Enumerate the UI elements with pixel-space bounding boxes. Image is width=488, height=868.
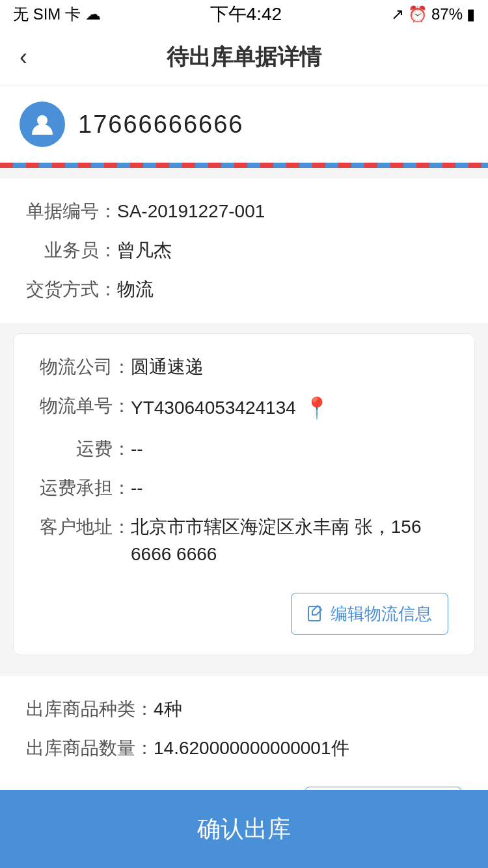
edit-logistics-label: 编辑物流信息 [331, 603, 432, 625]
goods-category-value: 4种 [154, 696, 462, 723]
user-phone: 17666666666 [78, 111, 243, 139]
order-no-row: 单据编号： SA-20191227-001 [26, 198, 462, 225]
sim-status: 无 SIM 卡 ☁ [13, 4, 101, 25]
tracking-row: 物流单号： YT43064053424134 📍 [40, 392, 448, 424]
goods-quantity-value: 14.620000000000001件 [154, 735, 462, 762]
status-bar: 无 SIM 卡 ☁ 下午4:42 ↗ ⏰ 87% ▮ [0, 0, 488, 29]
company-row: 物流公司： 圆通速递 [40, 353, 448, 381]
status-left: 无 SIM 卡 ☁ [13, 4, 101, 25]
map-pin-icon[interactable]: 📍 [304, 392, 330, 424]
freight-row: 运费： -- [40, 435, 448, 463]
order-info-section: 单据编号： SA-20191227-001 业务员： 曾凡杰 交货方式： 物流 [0, 178, 488, 323]
goods-category-row: 出库商品种类： 4种 [26, 696, 462, 723]
edit-btn-container: 编辑物流信息 [40, 580, 448, 635]
alarm-icon: ⏰ [408, 5, 427, 23]
salesman-label: 业务员： [26, 237, 117, 264]
back-button[interactable]: ‹ [20, 44, 27, 71]
freight-bearer-value: -- [131, 474, 448, 502]
order-no-label: 单据编号： [26, 198, 117, 225]
freight-bearer-label: 运费承担： [40, 474, 131, 502]
delivery-label: 交货方式： [26, 276, 117, 303]
goods-category-label: 出库商品种类： [26, 696, 154, 723]
confirm-label: 确认出库 [197, 813, 291, 845]
freight-label: 运费： [40, 435, 131, 463]
location-icon: ↗ [391, 5, 404, 23]
tracking-label: 物流单号： [40, 392, 131, 420]
delivery-row: 交货方式： 物流 [26, 276, 462, 303]
goods-quantity-label: 出库商品数量： [26, 735, 154, 762]
address-label: 客户地址： [40, 513, 131, 541]
status-right: ↗ ⏰ 87% ▮ [391, 5, 475, 23]
company-label: 物流公司： [40, 353, 131, 381]
user-header: 17666666666 [0, 86, 488, 163]
edit-logistics-button[interactable]: 编辑物流信息 [291, 593, 448, 635]
battery-level: 87% [431, 5, 463, 23]
delivery-value: 物流 [117, 276, 462, 303]
goods-quantity-row: 出库商品数量： 14.620000000000001件 [26, 735, 462, 762]
edit-icon [307, 605, 325, 623]
person-icon [29, 111, 55, 137]
tracking-value: YT43064053424134 📍 [131, 392, 448, 424]
address-value: 北京市市辖区海淀区永丰南 张，156 6666 6666 [131, 513, 448, 568]
battery-icon: ▮ [467, 5, 475, 23]
dashed-separator [0, 163, 488, 168]
page-title: 待出库单据详情 [167, 42, 321, 72]
confirm-button[interactable]: 确认出库 [0, 790, 488, 868]
address-row: 客户地址： 北京市市辖区海淀区永丰南 张，156 6666 6666 [40, 513, 448, 568]
nav-bar: ‹ 待出库单据详情 [0, 29, 488, 86]
section-divider [0, 655, 488, 666]
salesman-value: 曾凡杰 [117, 237, 462, 264]
svg-point-0 [37, 115, 47, 126]
status-time: 下午4:42 [210, 2, 282, 27]
freight-bearer-row: 运费承担： -- [40, 474, 448, 502]
logistics-card: 物流公司： 圆通速递 物流单号： YT43064053424134 📍 运费： … [13, 333, 475, 655]
back-icon: ‹ [20, 44, 27, 70]
company-value: 圆通速递 [131, 353, 448, 381]
avatar [20, 102, 65, 147]
order-no-value: SA-20191227-001 [117, 198, 462, 225]
freight-value: -- [131, 435, 448, 463]
salesman-row: 业务员： 曾凡杰 [26, 237, 462, 264]
